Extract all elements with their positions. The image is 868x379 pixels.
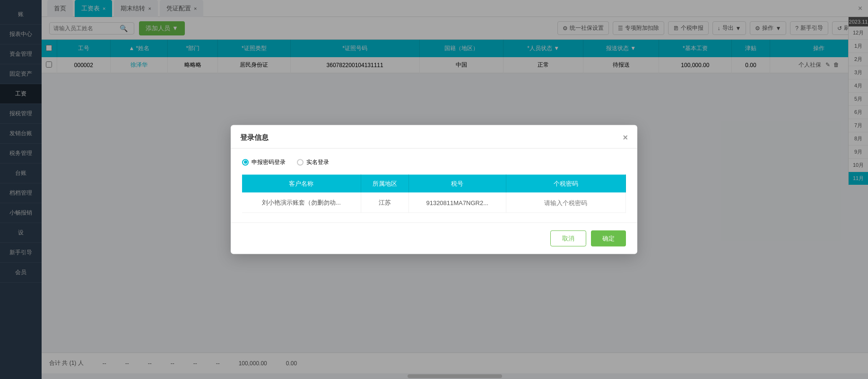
confirm-button[interactable]: 确定 <box>591 231 626 247</box>
dialog-col-password: 个税密码 <box>506 175 626 193</box>
dialog-table-row: 刘小艳演示账套（勿删勿动... 江苏 91320811MA7NGR2... <box>242 193 626 213</box>
dialog-header: 登录信息 × <box>231 125 637 149</box>
dialog-col-region: 所属地区 <box>361 175 408 193</box>
radio-group: 申报密码登录 实名登录 <box>242 158 626 166</box>
dialog-cell-password[interactable] <box>506 193 626 213</box>
login-dialog: 登录信息 × 申报密码登录 实名登录 客户名称 所属地区 税号 个税密码 <box>231 125 637 254</box>
dialog-title: 登录信息 <box>240 133 269 142</box>
radio-dot-password <box>242 159 249 165</box>
dialog-cell-client: 刘小艳演示账套（勿删勿动... <box>242 193 361 213</box>
cancel-button[interactable]: 取消 <box>550 231 586 247</box>
radio-dot-realname <box>297 159 304 165</box>
tax-password-input[interactable] <box>512 199 620 206</box>
dialog-table: 客户名称 所属地区 税号 个税密码 刘小艳演示账套（勿删勿动... 江苏 913… <box>242 175 626 213</box>
dialog-col-client: 客户名称 <box>242 175 361 193</box>
dialog-close-button[interactable]: × <box>623 133 628 143</box>
dialog-cell-region: 江苏 <box>361 193 408 213</box>
dialog-body: 申报密码登录 实名登录 客户名称 所属地区 税号 个税密码 刘小艳演示账套（勿删… <box>231 149 637 223</box>
radio-option-password[interactable]: 申报密码登录 <box>242 158 286 166</box>
dialog-col-taxno: 税号 <box>408 175 506 193</box>
dialog-cell-taxno: 91320811MA7NGR2... <box>408 193 506 213</box>
dialog-footer: 取消 确定 <box>231 223 637 254</box>
radio-option-realname[interactable]: 实名登录 <box>297 158 329 166</box>
